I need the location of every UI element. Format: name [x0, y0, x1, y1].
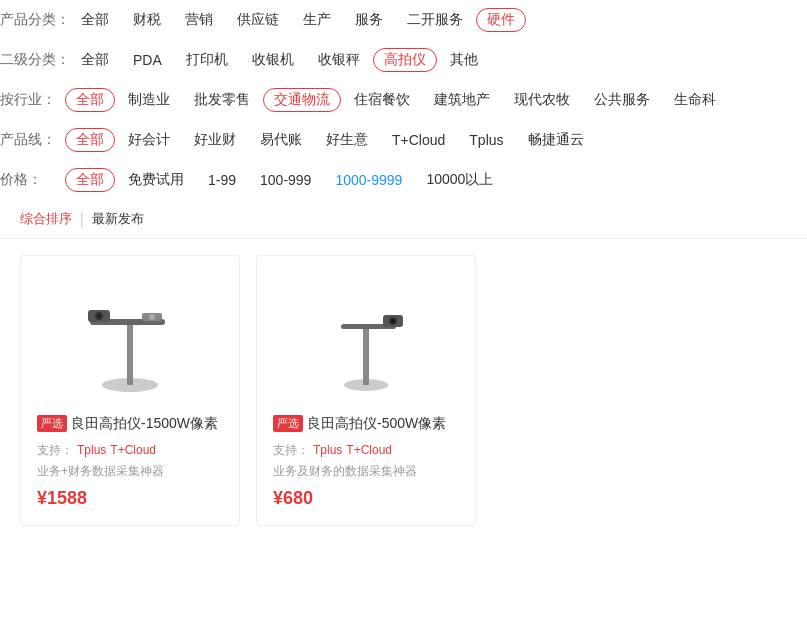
- svg-point-13: [391, 319, 395, 323]
- support-label-1: 支持：: [37, 442, 73, 459]
- cat1-item-6[interactable]: 二开服务: [396, 8, 474, 32]
- price-items: 全部 免费试用 1-99 100-999 1000-9999 10000以上: [65, 168, 504, 192]
- pl-item-1[interactable]: 好会计: [117, 128, 181, 152]
- sort-latest[interactable]: 最新发布: [92, 210, 144, 228]
- price-item-3[interactable]: 100-999: [249, 169, 322, 191]
- cat1-item-0[interactable]: 全部: [70, 8, 120, 32]
- cat1-item-2[interactable]: 营销: [174, 8, 224, 32]
- industry-label: 按行业：: [0, 91, 65, 109]
- cat2-item-2[interactable]: 打印机: [175, 48, 239, 72]
- product-name-2: 良田高拍仪-500W像素: [307, 414, 446, 434]
- price-item-2[interactable]: 1-99: [197, 169, 247, 191]
- sort-comprehensive[interactable]: 综合排序: [20, 210, 72, 228]
- pl-item-4[interactable]: 好生意: [315, 128, 379, 152]
- support-row-2: 支持： Tplus T+Cloud: [273, 442, 459, 459]
- product-card-2[interactable]: 严选 良田高拍仪-500W像素 支持： Tplus T+Cloud 业务及财务的…: [256, 255, 476, 526]
- product-image-2: [273, 272, 459, 402]
- price-label: 价格：: [0, 171, 65, 189]
- productline-items: 全部 好会计 好业财 易代账 好生意 T+Cloud Tplus 畅捷通云: [65, 128, 595, 152]
- pl-item-0[interactable]: 全部: [65, 128, 115, 152]
- pl-item-5[interactable]: T+Cloud: [381, 129, 456, 151]
- industry-item-2[interactable]: 批发零售: [183, 88, 261, 112]
- category2-label: 二级分类：: [0, 51, 70, 69]
- tag-tcloud-1: T+Cloud: [110, 443, 156, 457]
- tag-tcloud-2: T+Cloud: [346, 443, 392, 457]
- pl-item-3[interactable]: 易代账: [249, 128, 313, 152]
- product-title-row-2: 严选 良田高拍仪-500W像素: [273, 414, 459, 434]
- cat1-item-4[interactable]: 生产: [292, 8, 342, 32]
- svg-rect-9: [363, 327, 369, 385]
- product-card-1[interactable]: 严选 良田高拍仪-1500W像素 支持： Tplus T+Cloud 业务+财务…: [20, 255, 240, 526]
- cat2-item-0[interactable]: 全部: [70, 48, 120, 72]
- category1-label: 产品分类：: [0, 11, 70, 29]
- product-image-1: [37, 272, 223, 402]
- cat2-item-1[interactable]: PDA: [122, 49, 173, 71]
- product-grid: 严选 良田高拍仪-1500W像素 支持： Tplus T+Cloud 业务+财务…: [0, 239, 807, 542]
- industry-item-3[interactable]: 交通物流: [263, 88, 341, 112]
- price-item-4[interactable]: 1000-9999: [324, 169, 413, 191]
- price-item-0[interactable]: 全部: [65, 168, 115, 192]
- tag-tplus-1: Tplus: [77, 443, 106, 457]
- cat1-item-5[interactable]: 服务: [344, 8, 394, 32]
- product-name-1: 良田高拍仪-1500W像素: [71, 414, 218, 434]
- industry-items: 全部 制造业 批发零售 交通物流 住宿餐饮 建筑地产 现代农牧 公共服务 生命科: [65, 88, 727, 112]
- sort-bar: 综合排序 | 最新发布: [0, 200, 807, 239]
- category1-items: 全部 财税 营销 供应链 生产 服务 二开服务 硬件: [70, 8, 526, 32]
- productline-label: 产品线：: [0, 131, 65, 149]
- cat2-item-3[interactable]: 收银机: [241, 48, 305, 72]
- cat2-item-5[interactable]: 高拍仪: [373, 48, 437, 72]
- industry-item-1[interactable]: 制造业: [117, 88, 181, 112]
- badge-strict-2: 严选: [273, 415, 303, 432]
- pl-item-7[interactable]: 畅捷通云: [517, 128, 595, 152]
- category1-row: 产品分类： 全部 财税 营销 供应链 生产 服务 二开服务 硬件: [0, 0, 807, 40]
- product-desc-1: 业务+财务数据采集神器: [37, 463, 223, 480]
- badge-strict-1: 严选: [37, 415, 67, 432]
- support-row-1: 支持： Tplus T+Cloud: [37, 442, 223, 459]
- tag-tplus-2: Tplus: [313, 443, 342, 457]
- pl-item-6[interactable]: Tplus: [458, 129, 514, 151]
- industry-item-4[interactable]: 住宿餐饮: [343, 88, 421, 112]
- pl-item-2[interactable]: 好业财: [183, 128, 247, 152]
- svg-rect-1: [127, 322, 133, 385]
- industry-item-7[interactable]: 公共服务: [583, 88, 661, 112]
- price-row: 价格： 全部 免费试用 1-99 100-999 1000-9999 10000…: [0, 160, 807, 200]
- industry-item-6[interactable]: 现代农牧: [503, 88, 581, 112]
- cat1-item-3[interactable]: 供应链: [226, 8, 290, 32]
- svg-point-5: [97, 314, 101, 318]
- sort-divider: |: [80, 211, 84, 227]
- filter-section: 产品分类： 全部 财税 营销 供应链 生产 服务 二开服务 硬件 二级分类： 全…: [0, 0, 807, 200]
- category2-row: 二级分类： 全部 PDA 打印机 收银机 收银秤 高拍仪 其他: [0, 40, 807, 80]
- cat2-item-4[interactable]: 收银秤: [307, 48, 371, 72]
- product-title-row-1: 严选 良田高拍仪-1500W像素: [37, 414, 223, 434]
- product-price-1: ¥1588: [37, 488, 223, 509]
- productline-row: 产品线： 全部 好会计 好业财 易代账 好生意 T+Cloud Tplus 畅捷…: [0, 120, 807, 160]
- support-label-2: 支持：: [273, 442, 309, 459]
- price-item-1[interactable]: 免费试用: [117, 168, 195, 192]
- cat1-item-7[interactable]: 硬件: [476, 8, 526, 32]
- cat1-item-1[interactable]: 财税: [122, 8, 172, 32]
- product-desc-2: 业务及财务的数据采集神器: [273, 463, 459, 480]
- industry-item-8[interactable]: 生命科: [663, 88, 727, 112]
- industry-row: 按行业： 全部 制造业 批发零售 交通物流 住宿餐饮 建筑地产 现代农牧 公共服…: [0, 80, 807, 120]
- cat2-item-6[interactable]: 其他: [439, 48, 489, 72]
- industry-item-5[interactable]: 建筑地产: [423, 88, 501, 112]
- industry-item-0[interactable]: 全部: [65, 88, 115, 112]
- price-item-5[interactable]: 10000以上: [415, 168, 504, 192]
- category2-items: 全部 PDA 打印机 收银机 收银秤 高拍仪 其他: [70, 48, 489, 72]
- svg-point-7: [149, 314, 155, 320]
- product-price-2: ¥680: [273, 488, 459, 509]
